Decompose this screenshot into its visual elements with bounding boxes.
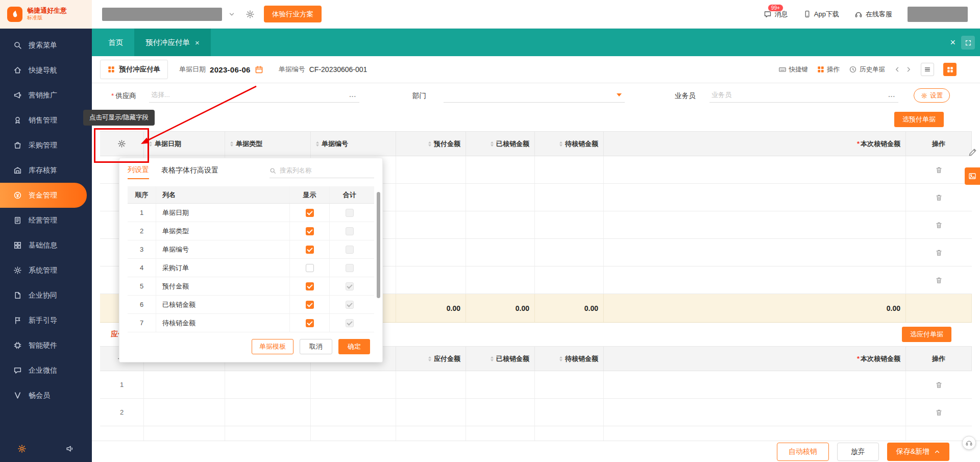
show-checkbox[interactable] bbox=[306, 282, 314, 290]
sidebar-item-collaboration[interactable]: 企业协同 bbox=[0, 283, 92, 308]
sidebar-item-quick-nav[interactable]: 快捷导航 bbox=[0, 58, 92, 83]
header-settled-amount[interactable]: 已核销金额 bbox=[466, 347, 535, 371]
sidebar-item-smart-hardware[interactable]: 智能硬件 bbox=[0, 333, 92, 358]
company-selector[interactable] bbox=[102, 8, 235, 21]
next-doc-icon[interactable] bbox=[905, 66, 912, 72]
header-payable-amount[interactable]: 应付金额 bbox=[396, 347, 466, 371]
total-checkbox[interactable] bbox=[346, 319, 354, 327]
chevron-down-icon[interactable] bbox=[228, 11, 235, 18]
header-current-writeoff-amount[interactable]: *本次核销金额 bbox=[604, 132, 906, 156]
floating-service-button[interactable] bbox=[962, 436, 976, 450]
header-pending-amount[interactable]: 待核销金额 bbox=[535, 132, 604, 156]
sort-icon[interactable] bbox=[491, 141, 494, 147]
sidebar-item-member[interactable]: 畅会员 bbox=[0, 383, 92, 408]
sidebar-item-beginner-guide[interactable]: 新手引导 bbox=[0, 308, 92, 333]
sidebar-item-inventory[interactable]: 库存核算 bbox=[0, 158, 92, 183]
header-pending-amount[interactable]: 待核销金额 bbox=[535, 347, 604, 371]
tab-prepay-writeoff[interactable]: 预付冲应付单 × bbox=[134, 29, 211, 56]
payable-table-row[interactable] bbox=[100, 426, 972, 441]
actions-button[interactable]: 操作 bbox=[817, 65, 840, 74]
dialog-scrollbar-thumb[interactable] bbox=[377, 192, 380, 298]
sidebar-item-sales[interactable]: 销售管理 bbox=[0, 108, 92, 133]
announcement-speaker-icon[interactable] bbox=[65, 444, 75, 453]
department-field[interactable] bbox=[444, 87, 625, 103]
confirm-button[interactable]: 确定 bbox=[338, 339, 370, 354]
supplier-more-button[interactable]: ... bbox=[349, 91, 356, 99]
account-redacted[interactable] bbox=[908, 7, 968, 22]
screenshot-tool-button[interactable] bbox=[965, 167, 980, 185]
close-all-tabs-icon[interactable]: × bbox=[950, 29, 955, 56]
delete-row-icon[interactable] bbox=[935, 249, 943, 257]
header-current-writeoff-amount[interactable]: *本次核销金额 bbox=[604, 347, 906, 371]
total-checkbox[interactable] bbox=[346, 301, 354, 309]
fullscreen-icon[interactable] bbox=[961, 36, 975, 50]
company-name-redacted[interactable] bbox=[102, 8, 222, 21]
show-checkbox[interactable] bbox=[306, 246, 314, 254]
doc-number-value[interactable]: CF-20230606-001 bbox=[309, 65, 368, 74]
shortcuts-button[interactable]: 快捷键 bbox=[778, 65, 808, 74]
total-checkbox[interactable] bbox=[346, 282, 354, 290]
online-service-button[interactable]: 在线客服 bbox=[854, 10, 892, 19]
select-prepay-docs-button[interactable]: 选预付单据 bbox=[894, 112, 944, 127]
sidebar-item-purchase[interactable]: 采购管理 bbox=[0, 133, 92, 158]
sort-icon[interactable] bbox=[491, 356, 494, 361]
delete-row-icon[interactable] bbox=[935, 221, 943, 229]
auto-writeoff-button[interactable]: 自动核销 bbox=[777, 443, 829, 461]
salesman-field[interactable]: 业务员 ... bbox=[709, 87, 898, 103]
delete-row-icon[interactable] bbox=[935, 193, 943, 202]
show-checkbox[interactable] bbox=[306, 264, 314, 272]
payable-table-row[interactable]: 2 bbox=[100, 399, 972, 426]
sort-icon[interactable] bbox=[559, 141, 562, 147]
edit-pen-button[interactable] bbox=[968, 148, 977, 157]
history-button[interactable]: 历史单据 bbox=[849, 65, 885, 74]
card-view-toggle[interactable] bbox=[943, 63, 957, 76]
tab-home[interactable]: 首页 bbox=[97, 29, 134, 56]
salesman-more-button[interactable]: ... bbox=[888, 91, 895, 99]
total-checkbox[interactable] bbox=[346, 264, 354, 272]
topbar-settings-icon[interactable] bbox=[246, 10, 255, 19]
department-chevron-down-icon[interactable] bbox=[617, 93, 622, 96]
select-payable-docs-button[interactable]: 选应付单据 bbox=[902, 327, 951, 342]
delete-row-icon[interactable] bbox=[935, 166, 943, 174]
header-settled-amount[interactable]: 已核销金额 bbox=[466, 132, 535, 156]
tab-column-settings[interactable]: 列设置 bbox=[128, 165, 149, 179]
app-download-button[interactable]: App下载 bbox=[803, 10, 839, 19]
delete-row-icon[interactable] bbox=[935, 408, 943, 417]
list-view-toggle[interactable] bbox=[921, 63, 934, 76]
sidebar-settings-icon[interactable] bbox=[17, 444, 27, 453]
total-checkbox[interactable] bbox=[346, 227, 354, 235]
sort-icon[interactable] bbox=[559, 356, 562, 361]
sidebar-item-marketing[interactable]: 营销推广 bbox=[0, 83, 92, 108]
sidebar-item-operations[interactable]: 经营管理 bbox=[0, 208, 92, 233]
sidebar-item-wecom[interactable]: 企业微信 bbox=[0, 358, 92, 383]
sidebar-item-search-menu[interactable]: 搜索菜单 bbox=[0, 33, 92, 58]
doc-date-value[interactable]: 2023-06-06 bbox=[210, 65, 251, 74]
show-checkbox[interactable] bbox=[306, 301, 314, 309]
messages-button[interactable]: 99+ 消息 bbox=[764, 10, 788, 19]
header-prepaid-amount[interactable]: 预付金额 bbox=[396, 132, 466, 156]
delete-row-icon[interactable] bbox=[935, 381, 943, 389]
try-industry-solution-button[interactable]: 体验行业方案 bbox=[264, 6, 322, 22]
tab-font-row-settings[interactable]: 表格字体行高设置 bbox=[161, 166, 218, 179]
payable-table-row[interactable]: 1 bbox=[100, 371, 972, 399]
tab-close-icon[interactable]: × bbox=[195, 38, 200, 47]
sort-icon[interactable] bbox=[428, 356, 431, 361]
header-settings-button[interactable]: 设置 bbox=[914, 88, 950, 103]
sort-icon[interactable] bbox=[428, 141, 431, 147]
total-checkbox[interactable] bbox=[346, 209, 354, 217]
sidebar-item-base-info[interactable]: 基础信息 bbox=[0, 233, 92, 258]
show-checkbox[interactable] bbox=[306, 319, 314, 327]
show-checkbox[interactable] bbox=[306, 209, 314, 217]
sidebar-item-funds[interactable]: 资金管理 bbox=[0, 183, 87, 208]
delete-row-icon[interactable] bbox=[935, 276, 943, 284]
doc-template-button[interactable]: 单据模板 bbox=[252, 339, 293, 354]
cancel-button[interactable]: 取消 bbox=[300, 339, 332, 354]
prev-doc-icon[interactable] bbox=[894, 66, 900, 72]
show-checkbox[interactable] bbox=[306, 227, 314, 235]
calendar-icon[interactable] bbox=[255, 65, 263, 74]
column-search-input[interactable]: 搜索列名称 bbox=[270, 166, 374, 178]
save-and-new-button[interactable]: 保存&新增 bbox=[887, 443, 949, 461]
total-checkbox[interactable] bbox=[346, 246, 354, 254]
discard-button[interactable]: 放弃 bbox=[837, 443, 879, 461]
header-doc-no[interactable]: 单据编号 bbox=[311, 132, 396, 156]
